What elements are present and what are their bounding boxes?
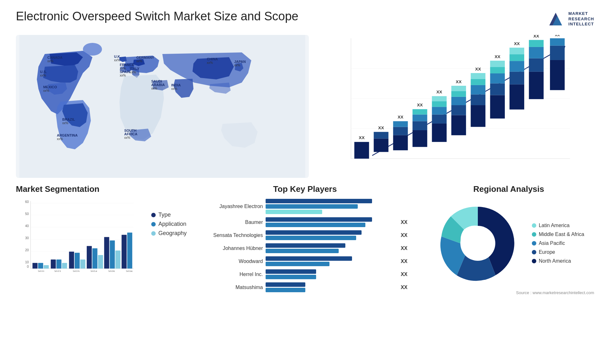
svg-text:0: 0 xyxy=(27,265,29,268)
svg-rect-143 xyxy=(127,233,132,268)
legend-type-label: Type xyxy=(158,212,171,218)
legend-ap-label: Asia Pacific xyxy=(539,240,565,246)
player-row: Matsushima XX xyxy=(203,282,408,292)
legend-latin-america-dot xyxy=(532,223,536,228)
svg-rect-57 xyxy=(412,115,427,121)
player-name: Herrel Inc. xyxy=(203,272,263,277)
svg-rect-52 xyxy=(393,121,408,127)
donut-legend: Latin America Middle East & Africa Asia … xyxy=(532,223,584,264)
svg-rect-99 xyxy=(529,40,544,47)
legend-na-label: North America xyxy=(539,258,571,264)
svg-rect-70 xyxy=(451,97,466,105)
svg-text:xx%: xx% xyxy=(151,87,157,90)
svg-rect-93 xyxy=(510,48,524,54)
donut-chart xyxy=(433,199,522,288)
svg-text:CANADA: CANADA xyxy=(47,56,63,59)
player-val: XX xyxy=(401,233,407,238)
svg-rect-96 xyxy=(529,72,544,99)
player-bar-wrap xyxy=(266,199,408,214)
svg-text:SPAIN: SPAIN xyxy=(120,70,130,74)
svg-rect-104 xyxy=(550,38,565,46)
svg-rect-136 xyxy=(98,255,103,268)
svg-text:xx%: xx% xyxy=(57,137,63,141)
svg-text:XX: XX xyxy=(495,54,500,59)
legend-latin-america-label: Latin America xyxy=(539,223,570,228)
svg-text:2025: 2025 xyxy=(434,162,444,162)
svg-text:2026: 2026 xyxy=(126,270,133,272)
svg-rect-140 xyxy=(115,251,120,269)
player-val: XX xyxy=(401,259,407,264)
svg-text:2023: 2023 xyxy=(73,270,80,272)
svg-rect-134 xyxy=(87,246,92,269)
svg-text:2027: 2027 xyxy=(473,162,483,162)
player-val: XX xyxy=(401,272,407,277)
svg-rect-85 xyxy=(490,67,505,73)
svg-rect-127 xyxy=(56,260,61,268)
player-name: Johannes Hübner xyxy=(203,246,263,251)
svg-rect-89 xyxy=(510,84,524,110)
svg-text:xx%: xx% xyxy=(171,87,177,91)
svg-text:xx%: xx% xyxy=(130,71,136,74)
svg-rect-139 xyxy=(110,240,115,268)
svg-text:30: 30 xyxy=(25,236,29,240)
players-title: Top Key Players xyxy=(203,184,408,194)
svg-text:MEXICO: MEXICO xyxy=(43,85,57,89)
svg-rect-122 xyxy=(32,263,37,269)
svg-text:50: 50 xyxy=(25,212,29,216)
svg-rect-47 xyxy=(374,132,388,138)
segmentation-chart: 60 50 40 30 20 10 0 xyxy=(16,199,142,272)
regional-title: Regional Analysis xyxy=(424,184,594,194)
top-section: CANADA xx% U.S. xx% MEXICO xx% BRAZIL xx… xyxy=(16,35,594,178)
legend-europe-dot xyxy=(532,250,536,254)
svg-text:xx%: xx% xyxy=(234,64,240,67)
player-name: Jayashree Electron xyxy=(203,204,263,209)
legend-ap-dot xyxy=(532,241,536,246)
page-title: Electronic Overspeed Switch Market Size … xyxy=(16,10,298,23)
svg-rect-102 xyxy=(550,60,565,90)
svg-rect-79 xyxy=(471,73,485,79)
svg-rect-132 xyxy=(80,260,85,268)
svg-text:BRAZIL: BRAZIL xyxy=(62,118,75,121)
player-bar-wrap: XX xyxy=(266,217,408,227)
svg-text:2021: 2021 xyxy=(38,270,45,272)
players-section: Top Key Players Jayashree Electron Baume… xyxy=(196,184,414,354)
svg-text:2031: 2031 xyxy=(552,162,562,162)
svg-rect-128 xyxy=(62,263,67,269)
legend-geo-label: Geography xyxy=(158,230,186,237)
svg-text:xx%: xx% xyxy=(114,58,120,62)
svg-text:XX: XX xyxy=(397,115,403,119)
player-row: Jayashree Electron xyxy=(203,199,408,214)
svg-rect-142 xyxy=(122,235,127,268)
legend-europe-label: Europe xyxy=(539,249,555,255)
player-bar-wrap: XX xyxy=(266,282,408,292)
player-row: Baumer XX xyxy=(203,217,408,227)
svg-text:xx%: xx% xyxy=(43,89,49,92)
svg-text:40: 40 xyxy=(25,224,29,228)
svg-text:ITALY: ITALY xyxy=(130,67,140,71)
legend-north-america: North America xyxy=(532,258,584,264)
svg-text:XX: XX xyxy=(456,79,461,84)
player-name: Matsushima xyxy=(203,285,263,290)
svg-text:20: 20 xyxy=(25,248,29,252)
svg-rect-83 xyxy=(490,84,505,95)
legend-mea-dot xyxy=(532,232,536,237)
svg-rect-97 xyxy=(529,58,544,72)
segmentation-legend: Type Application Geography xyxy=(151,199,186,237)
svg-rect-86 xyxy=(490,61,505,67)
svg-rect-126 xyxy=(51,260,56,268)
segmentation-title: Market Segmentation xyxy=(16,184,187,194)
svg-text:2022: 2022 xyxy=(54,270,61,272)
svg-text:xx%: xx% xyxy=(124,136,130,139)
source-text: Source : www.marketresearchintellect.com xyxy=(424,290,594,295)
svg-rect-46 xyxy=(374,138,388,152)
svg-point-3 xyxy=(83,43,102,56)
player-name: Woodward xyxy=(203,259,263,264)
legend-application: Application xyxy=(151,221,186,227)
legend-mea: Middle East & Africa xyxy=(532,232,584,237)
player-row: Herrel Inc. XX xyxy=(203,269,408,279)
svg-rect-71 xyxy=(451,91,466,97)
svg-rect-77 xyxy=(471,85,485,94)
svg-text:XX: XX xyxy=(417,103,423,107)
svg-text:INDIA: INDIA xyxy=(171,83,181,87)
svg-text:2024: 2024 xyxy=(415,162,425,162)
